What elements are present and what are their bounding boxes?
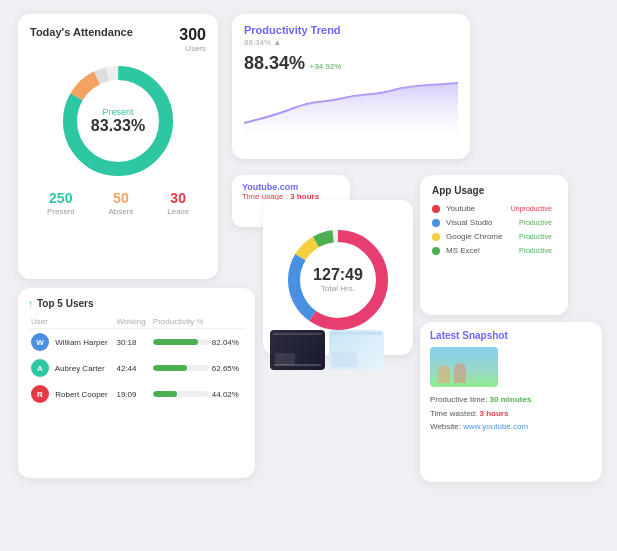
app-name: Visual Studio bbox=[446, 218, 515, 227]
website-label: Website: bbox=[430, 422, 461, 431]
trend-card: Productivity Trend 88.34% ▲ 88.34% +34.9… bbox=[232, 14, 470, 159]
app-tag: Productive bbox=[515, 246, 556, 255]
trend-percent: 88.34% bbox=[244, 53, 305, 73]
website-value: www.youtube.com bbox=[463, 422, 528, 431]
attendance-count: 300 Users bbox=[179, 26, 206, 53]
user-cell: W William Harper bbox=[28, 329, 113, 356]
stat-leave-num: 30 bbox=[170, 190, 186, 206]
time-label: Total Hrs. bbox=[313, 284, 363, 293]
thumb-light-1 bbox=[329, 330, 384, 370]
progress-bar bbox=[153, 391, 208, 397]
website-row: Website: www.youtube.com bbox=[430, 420, 592, 434]
dashboard: Today's Attendance 300 Users Present 83.… bbox=[0, 0, 617, 551]
wasted-label: Time wasted: bbox=[430, 409, 477, 418]
present-label: Present bbox=[91, 107, 145, 117]
youtube-title: Youtube.com bbox=[242, 182, 340, 192]
stat-present-num: 250 bbox=[49, 190, 72, 206]
snapshot-thumbs-row bbox=[270, 330, 384, 370]
app-tag: Productive bbox=[515, 232, 556, 241]
stat-leave: 30 Leave bbox=[167, 189, 189, 216]
time-display: 127:49 bbox=[313, 266, 363, 284]
attendance-title: Today's Attendance bbox=[30, 26, 133, 38]
donut-center: Present 83.33% bbox=[91, 107, 145, 135]
attendance-donut: Present 83.33% bbox=[30, 61, 206, 181]
productive-time-row: Productive time: 30 minutes bbox=[430, 393, 592, 407]
progress-bar bbox=[153, 365, 208, 371]
arrow-icon: ↑ bbox=[28, 298, 33, 309]
stat-present-label: Present bbox=[47, 207, 75, 216]
col-productivity: Productivity % bbox=[150, 315, 245, 329]
stats-row: 250 Present 50 Absent 30 Leave bbox=[30, 189, 206, 216]
stat-present: 250 Present bbox=[47, 189, 75, 216]
trend-change: +34.92% bbox=[310, 62, 342, 71]
user-avatar: R bbox=[31, 385, 49, 403]
app-name: Youtube bbox=[446, 204, 507, 213]
user-cell: R Robert Cooper bbox=[28, 381, 113, 407]
col-working: Working bbox=[113, 315, 149, 329]
app-usage-list: Youtube Unproductive Visual Studio Produ… bbox=[432, 204, 556, 255]
productivity-cell: 44.02% bbox=[150, 381, 245, 407]
app-usage-title: App Usage bbox=[432, 185, 556, 196]
progress-bar bbox=[153, 339, 208, 345]
app-name: MS Excel bbox=[446, 246, 515, 255]
snapshot-img-main bbox=[430, 347, 498, 387]
productivity-value: 82.04% bbox=[212, 338, 239, 347]
working-cell: 42:44 bbox=[113, 355, 149, 381]
app-usage-item: Youtube Unproductive bbox=[432, 204, 556, 213]
table-row: W William Harper 30:18 82.04% bbox=[28, 329, 245, 356]
working-cell: 30:18 bbox=[113, 329, 149, 356]
stat-absent-num: 50 bbox=[113, 190, 129, 206]
user-name: William Harper bbox=[55, 338, 107, 347]
snapshot-images bbox=[430, 347, 592, 387]
users-header: ↑ Top 5 Users bbox=[28, 298, 245, 309]
working-cell: 19:09 bbox=[113, 381, 149, 407]
app-usage-item: MS Excel Productive bbox=[432, 246, 556, 255]
app-dot bbox=[432, 233, 440, 241]
time-donut-center: 127:49 Total Hrs. bbox=[313, 266, 363, 293]
app-usage-card: App Usage Youtube Unproductive Visual St… bbox=[420, 175, 568, 315]
stat-absent-label: Absent bbox=[108, 207, 133, 216]
app-usage-item: Google Chrome Productive bbox=[432, 232, 556, 241]
app-dot bbox=[432, 219, 440, 227]
productivity-cell: 62.65% bbox=[150, 355, 245, 381]
thumb-cartoon bbox=[430, 347, 498, 387]
attendance-label: Users bbox=[179, 44, 206, 53]
top-users-card: ↑ Top 5 Users User Working Productivity … bbox=[18, 288, 255, 478]
attendance-percent: 83.33% bbox=[91, 117, 145, 134]
productivity-cell: 82.04% bbox=[150, 329, 245, 356]
app-tag: Productive bbox=[515, 218, 556, 227]
snapshot-thumb-1 bbox=[270, 330, 325, 370]
snapshot-title: Latest Snapshot bbox=[430, 330, 592, 341]
wasted-value: 3 hours bbox=[480, 409, 509, 418]
progress-fill bbox=[153, 339, 198, 345]
productivity-value: 44.02% bbox=[212, 390, 239, 399]
col-user: User bbox=[28, 315, 113, 329]
stat-leave-label: Leave bbox=[167, 207, 189, 216]
user-cell: A Aubrey Carter bbox=[28, 355, 113, 381]
app-tag: Unproductive bbox=[507, 204, 556, 213]
snapshot-info: Productive time: 30 minutes Time wasted:… bbox=[430, 393, 592, 434]
users-table: User Working Productivity % W William Ha… bbox=[28, 315, 245, 407]
stat-absent: 50 Absent bbox=[108, 189, 133, 216]
productivity-value: 62.65% bbox=[212, 364, 239, 373]
user-name: Robert Cooper bbox=[55, 390, 107, 399]
progress-fill bbox=[153, 365, 187, 371]
trend-chart bbox=[244, 78, 458, 133]
snapshot-card: Latest Snapshot Productive time: 30 minu… bbox=[420, 322, 602, 482]
table-row: R Robert Cooper 19:09 44.02% bbox=[28, 381, 245, 407]
user-name: Aubrey Carter bbox=[55, 364, 105, 373]
app-name: Google Chrome bbox=[446, 232, 515, 241]
app-usage-item: Visual Studio Productive bbox=[432, 218, 556, 227]
thumb-dark-1 bbox=[270, 330, 325, 370]
attendance-card: Today's Attendance 300 Users Present 83.… bbox=[18, 14, 218, 279]
trend-subtitle: 88.34% ▲ bbox=[244, 38, 458, 47]
users-title: Top 5 Users bbox=[37, 298, 94, 309]
attendance-number: 300 bbox=[179, 26, 206, 43]
table-row: A Aubrey Carter 42:44 62.65% bbox=[28, 355, 245, 381]
snapshot-thumb-2 bbox=[329, 330, 384, 370]
time-wasted-row: Time wasted: 3 hours bbox=[430, 407, 592, 421]
time-donut: 127:49 Total Hrs. bbox=[283, 225, 393, 335]
user-avatar: A bbox=[31, 359, 49, 377]
progress-fill bbox=[153, 391, 177, 397]
user-avatar: W bbox=[31, 333, 49, 351]
